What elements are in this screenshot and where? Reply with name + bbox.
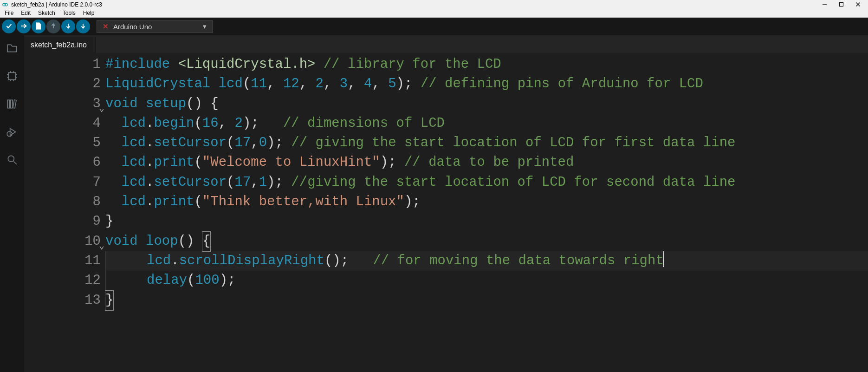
code-line[interactable]: void loop() { <box>105 232 868 251</box>
fold-chevron-icon[interactable]: ⌄ <box>95 236 104 246</box>
line-number: 5 <box>24 133 101 153</box>
code-line[interactable]: #include <LiquidCrystal.h> // library fo… <box>105 55 868 74</box>
save-button[interactable] <box>61 20 75 33</box>
arrow-right-icon <box>20 22 27 31</box>
code-area[interactable]: #include <LiquidCrystal.h> // library fo… <box>105 55 868 372</box>
board-name: Arduino Uno <box>113 23 198 31</box>
svg-rect-21 <box>13 100 16 108</box>
line-number: 9 <box>24 212 101 231</box>
file-icon <box>35 22 42 31</box>
menu-file[interactable]: File <box>1 9 17 17</box>
board-selector[interactable]: ✕ Arduino Uno ▾ <box>97 20 213 33</box>
fold-chevron-icon[interactable]: ⌄ <box>95 99 104 108</box>
code-line[interactable]: lcd.scrollDisplayRight(); // for moving … <box>105 251 868 271</box>
toolbar: ✕ Arduino Uno ▾ <box>0 18 868 35</box>
svg-rect-3 <box>839 3 843 7</box>
serial-plot-button[interactable] <box>76 20 90 33</box>
code-editor[interactable]: 123⌄45678910⌄111213 #include <LiquidCrys… <box>24 53 868 372</box>
menu-help[interactable]: Help <box>79 9 98 17</box>
svg-point-23 <box>7 131 12 137</box>
menubar: FileEditSketchToolsHelp <box>0 9 868 18</box>
search-icon[interactable] <box>6 153 19 166</box>
code-line[interactable]: lcd.print("Welcome to LinuxHint"); // da… <box>105 153 868 172</box>
code-line[interactable]: } <box>105 291 868 310</box>
board-status-icon: ✕ <box>103 22 109 31</box>
chevron-down-icon: ▾ <box>203 22 207 31</box>
menu-edit[interactable]: Edit <box>17 9 34 17</box>
window-maximize-button[interactable] <box>833 0 849 9</box>
open-button[interactable] <box>46 20 60 33</box>
editor-tabbar: sketch_feb2a.ino <box>24 35 868 53</box>
check-icon <box>5 22 13 31</box>
line-number: 6 <box>24 153 101 172</box>
line-number: 7 <box>24 173 101 192</box>
code-line[interactable]: } <box>105 212 868 231</box>
arduino-logo-icon <box>2 1 8 8</box>
line-number: 2 <box>24 74 101 94</box>
upload-button[interactable] <box>17 20 31 33</box>
text-cursor <box>663 251 664 267</box>
svg-point-24 <box>8 156 14 162</box>
verify-button[interactable] <box>2 20 16 33</box>
svg-rect-10 <box>8 72 15 79</box>
window-title-text: sketch_feb2a | Arduino IDE 2.0.0-rc3 <box>11 1 102 8</box>
arrow-up-icon <box>50 22 57 31</box>
line-number: 1 <box>24 55 101 74</box>
code-line[interactable]: lcd.setCursor(17,1); //giving the start … <box>105 173 868 192</box>
code-line[interactable]: lcd.begin(16, 2); // dimensions of LCD <box>105 114 868 133</box>
code-line[interactable]: LiquidCrystal lcd(11, 12, 2, 3, 4, 5); /… <box>105 74 868 94</box>
code-line[interactable]: lcd.print("Think better,with Linux"); <box>105 192 868 212</box>
debug-icon[interactable] <box>6 125 19 138</box>
code-line[interactable]: lcd.setCursor(17,0); // giving the start… <box>105 133 868 153</box>
editor-tab[interactable]: sketch_feb2a.ino <box>24 37 96 53</box>
explorer-icon[interactable] <box>6 42 19 55</box>
arrow-down-icon <box>65 22 71 31</box>
line-number: 13 <box>24 291 101 310</box>
svg-rect-20 <box>11 100 13 108</box>
new-sketch-button[interactable] <box>32 20 45 33</box>
line-number: 8 <box>24 192 101 212</box>
menu-tools[interactable]: Tools <box>59 9 79 17</box>
line-number: 11 <box>24 251 101 271</box>
line-number-gutter: 123⌄45678910⌄111213 <box>24 55 105 372</box>
library-manager-icon[interactable] <box>6 98 19 111</box>
line-number: 12 <box>24 271 101 290</box>
line-number: 3⌄ <box>24 94 101 114</box>
code-line[interactable]: void setup() { <box>105 94 868 114</box>
menu-sketch[interactable]: Sketch <box>34 9 59 17</box>
window-titlebar: sketch_feb2a | Arduino IDE 2.0.0-rc3 <box>0 0 868 9</box>
boards-manager-icon[interactable] <box>6 70 19 83</box>
activity-bar <box>0 35 24 372</box>
svg-rect-19 <box>7 100 9 108</box>
svg-line-25 <box>13 161 17 164</box>
arrow-down-alt-icon <box>80 22 86 31</box>
window-close-button[interactable] <box>849 0 866 9</box>
window-minimize-button[interactable] <box>816 0 833 9</box>
code-line[interactable]: delay(100); <box>105 271 868 290</box>
line-number: 4 <box>24 114 101 133</box>
line-number: 10⌄ <box>24 232 101 251</box>
